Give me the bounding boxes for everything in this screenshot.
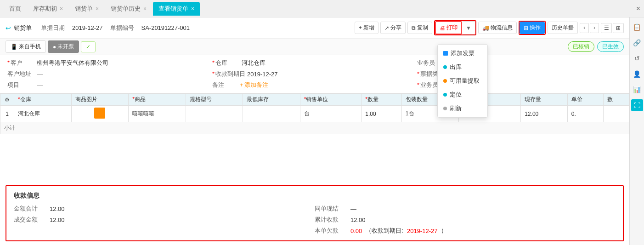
address-field: 客户地址 — (7, 70, 212, 78)
print-button[interactable]: 🖨 打印 (435, 21, 462, 34)
row-image (71, 106, 129, 122)
nav-arrows: ‹ › (580, 23, 599, 33)
available-icon (443, 79, 447, 83)
circle-icon: ● (53, 44, 56, 50)
cumulative-label: 累计收款 (315, 216, 347, 224)
table-row: 1 河北仓库 嘻嘻嘻嘻 台 1.00 1台 12.00 0. (0, 106, 629, 122)
operate-dropdown: 添加发票 出库 可用量提取 定位 刷新 (437, 44, 488, 118)
tab-sales-close[interactable]: × (96, 6, 99, 12)
table-header-row: ⚙ *仓库 商品图片 *商品 规格型号 最低库存 *销售单位 *数量 包装数量 … (0, 94, 629, 106)
refresh-icon (443, 107, 447, 110)
not-open-button[interactable]: ● 未开票 (48, 40, 79, 53)
sidebar-icon-doc[interactable]: 📋 (631, 21, 643, 33)
col-settings[interactable]: ⚙ (0, 94, 14, 106)
window-close-button[interactable]: × (636, 5, 640, 13)
refresh-label: 刷新 (450, 104, 462, 113)
same-order-label: 同单现结 (315, 205, 347, 213)
history-button[interactable]: 历史单据 (548, 22, 578, 34)
action-right: 已核销 已生效 (568, 41, 624, 52)
tab-home[interactable]: 首页 (4, 2, 27, 16)
tab-history-close[interactable]: × (143, 6, 147, 12)
balance-row: 本单欠款 0.00 （收款到期日: 2019-12-27 ） (315, 227, 616, 235)
col-current-stock: 现存量 (521, 94, 568, 106)
doc-meta: 单据日期 2019-12-27 单据编号 SA-20191227-001 (41, 24, 190, 32)
amount-label: 金额合计 (14, 205, 46, 213)
truck-icon: 🚚 (482, 25, 489, 31)
tab-sales-order[interactable]: 销货单 × (69, 2, 104, 16)
payment-grid: 金额合计 12.00 同单现结 — 成交金额 12.00 累计收款 12.00 … (14, 205, 616, 235)
transaction-row: 成交金额 12.00 (14, 216, 315, 224)
operate-highlight: ⊞ 操作 (519, 21, 546, 35)
tab-home-label: 首页 (9, 5, 21, 13)
tab-bar: 首页 库存期初 × 销货单 × 销货单历史 × 查看销货单 × × (0, 0, 644, 17)
row-qty: 1.00 (362, 106, 402, 122)
tab-check-sales[interactable]: 查看销货单 × (153, 2, 200, 16)
layout-grid[interactable]: ⊞ (613, 23, 624, 33)
tab-history-label: 销货单历史 (111, 5, 141, 13)
nav-next[interactable]: › (590, 23, 599, 33)
tab-inventory-close[interactable]: × (60, 6, 63, 12)
payment-section: 收款信息 金额合计 12.00 同单现结 — 成交金额 12.00 累计收款 1… (6, 185, 624, 241)
col-qty: *数量 (362, 94, 402, 106)
share-button[interactable]: ↗ 分享 (380, 22, 406, 34)
doc-title-text: 销货单 (14, 24, 32, 32)
menu-add-invoice[interactable]: 添加发票 (438, 46, 487, 60)
form-section: 客户 柳州粤港平安气体有限公司 仓库 河北仓库 业务员 演示账号 客户地址 — (0, 55, 629, 93)
sidebar-icon-expand[interactable]: ⛶ (631, 99, 643, 111)
address-value: — (37, 71, 43, 78)
sidebar-icon-user[interactable]: 👤 (631, 68, 643, 80)
logistics-button[interactable]: 🚚 物流信息 (478, 22, 517, 34)
row-unit-price: 0. (567, 106, 604, 122)
warehouse-value: 河北仓库 (242, 59, 266, 67)
layout-list[interactable]: ☰ (601, 23, 612, 33)
subtotal-label: 小计 (0, 122, 629, 134)
col-warehouse: *仓库 (14, 94, 72, 106)
tab-check-close[interactable]: × (191, 6, 194, 12)
customer-field: 客户 柳州粤港平安气体有限公司 (7, 59, 212, 67)
address-label: 客户地址 (7, 70, 35, 78)
row-spec (186, 106, 243, 122)
operate-button[interactable]: ⊞ 操作 (520, 22, 545, 34)
row-min-stock (243, 106, 300, 122)
cumulative-row: 累计收款 12.00 (315, 216, 616, 224)
project-value: — (37, 82, 43, 89)
subtotal-row: 小计 (0, 122, 629, 134)
amount-value: 12.00 (50, 205, 65, 212)
print-dropdown-button[interactable]: ▼ (462, 21, 475, 34)
toolbar-right: + 新增 ↗ 分享 ⧉ 复制 🖨 打印 ▼ 🚚 (355, 20, 624, 35)
doc-icon: ↩ (6, 24, 11, 32)
payment-title: 收款信息 (14, 192, 616, 200)
tab-inventory-init[interactable]: 库存期初 × (28, 2, 68, 16)
balance-date: 2019-12-27 (407, 228, 438, 234)
sidebar-icon-chart[interactable]: 📊 (631, 84, 643, 96)
sidebar-icon-refresh[interactable]: ↺ (631, 52, 643, 64)
add-invoice-label: 添加发票 (451, 49, 475, 57)
form-row-1: 客户 柳州粤港平安气体有限公司 仓库 河北仓库 业务员 演示账号 (7, 59, 622, 67)
tab-sales-label: 销货单 (75, 5, 93, 13)
col-product: *商品 (129, 94, 186, 106)
note-field: 备注 添加备注 (212, 81, 417, 89)
tab-inventory-label: 库存期初 (33, 5, 57, 13)
menu-outbound[interactable]: 出库 (438, 60, 487, 74)
checked-badge: 已核销 (568, 41, 594, 52)
tab-sales-history[interactable]: 销货单历史 × (105, 2, 152, 16)
menu-location[interactable]: 定位 (438, 88, 487, 102)
check-ok-button[interactable]: ✓ (81, 41, 96, 52)
from-phone-button[interactable]: 📱 来自手机 (6, 40, 46, 53)
add-note-button[interactable]: 添加备注 (240, 81, 268, 89)
menu-refresh[interactable]: 刷新 (438, 102, 487, 115)
col-unit-price: 单价 (567, 94, 604, 106)
cumulative-value: 12.00 (350, 217, 366, 223)
new-button[interactable]: + 新增 (355, 22, 378, 34)
balance-note: （收款到期日: (366, 227, 403, 235)
nav-prev[interactable]: ‹ (580, 23, 589, 33)
warehouse-field: 仓库 河北仓库 (212, 59, 417, 67)
row-warehouse: 河北仓库 (14, 106, 72, 122)
copy-button[interactable]: ⧉ 复制 (407, 22, 432, 34)
menu-available-take[interactable]: 可用量提取 (438, 74, 487, 88)
available-take-label: 可用量提取 (450, 77, 480, 85)
product-thumbnail (94, 108, 105, 119)
balance-value: 0.00 (350, 228, 362, 234)
sidebar-icon-link[interactable]: 🔗 (631, 37, 643, 49)
check-icon: ✓ (86, 44, 90, 50)
